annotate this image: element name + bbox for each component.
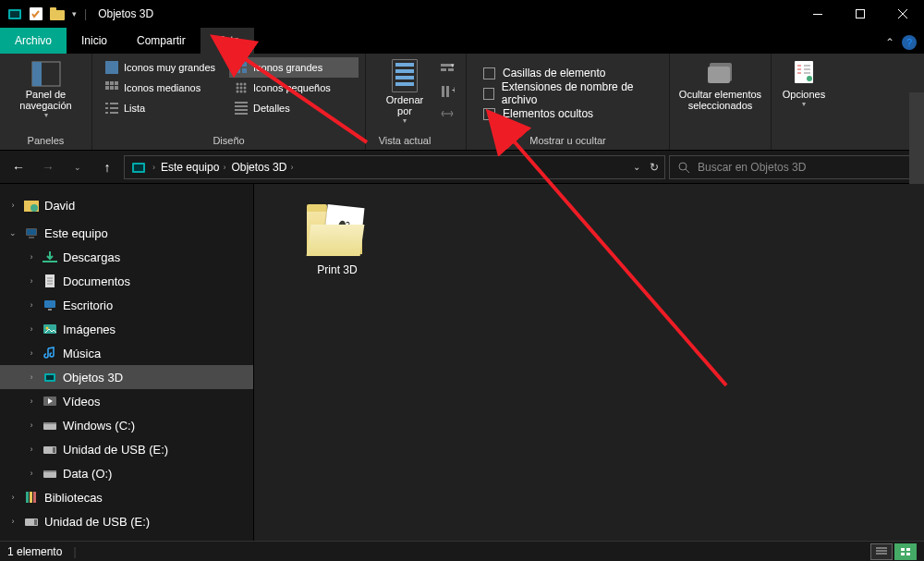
forward-button[interactable]: →: [35, 154, 61, 180]
address-bar[interactable]: › Este equipo› Objetos 3D› ⌄ ↻: [124, 155, 665, 179]
crumb-equipo[interactable]: Este equipo›: [161, 161, 227, 174]
opciones-button[interactable]: Opciones: [783, 89, 825, 100]
svg-point-26: [237, 91, 239, 93]
qat-folder-icon[interactable]: [50, 7, 65, 20]
panel-navegacion-button[interactable]: Panel de navegación: [19, 89, 71, 111]
options-icon[interactable]: [791, 59, 817, 85]
add-columns-button[interactable]: +: [436, 81, 458, 102]
group-vista-actual: Ordenar por ▾ Vista actual ▾ +: [366, 54, 467, 150]
file-list[interactable]: Print 3D: [254, 184, 924, 541]
svg-rect-13: [242, 68, 247, 73]
tree-objetos3d[interactable]: ›Objetos 3D: [0, 365, 253, 389]
svg-rect-61: [48, 309, 52, 311]
view-large-button[interactable]: [894, 543, 917, 560]
svg-rect-14: [105, 81, 109, 85]
search-icon: [677, 161, 690, 174]
tree-usbe[interactable]: ›Unidad de USB (E:): [0, 437, 253, 461]
tab-archivo[interactable]: Archivo: [0, 28, 67, 54]
layout-large[interactable]: Iconos grandes: [229, 57, 359, 78]
check-extensiones[interactable]: Extensiones de nombre de archivo: [483, 83, 652, 104]
svg-rect-19: [115, 86, 118, 90]
svg-point-54: [30, 204, 38, 212]
nav-bar: ← → ⌄ ↑ › Este equipo› Objetos 3D› ⌄ ↻ B…: [0, 151, 924, 184]
close-button[interactable]: [881, 0, 924, 28]
addr-dropdown-icon[interactable]: ⌄: [633, 162, 640, 172]
svg-point-27: [240, 91, 243, 93]
svg-rect-36: [235, 105, 248, 107]
group-paneles: Panel de navegación ▾ Paneles: [0, 54, 92, 150]
folder-icon: [305, 202, 370, 258]
check-ocultos[interactable]: Elementos ocultos: [483, 104, 652, 124]
refresh-icon[interactable]: ↻: [650, 161, 659, 174]
svg-rect-31: [105, 107, 108, 109]
tree-escritorio[interactable]: ›Escritorio: [0, 293, 253, 317]
svg-point-22: [244, 83, 247, 86]
tree-david[interactable]: ›David: [0, 193, 253, 217]
tree-windowsc[interactable]: ›Windows (C:): [0, 413, 253, 437]
qat-save-icon[interactable]: [30, 7, 43, 20]
tree-bibliotecas[interactable]: ›Bibliotecas: [0, 485, 253, 509]
maximize-button[interactable]: [839, 0, 881, 28]
layout-medium[interactable]: Iconos medianos: [100, 78, 229, 98]
ocultar-button[interactable]: Ocultar elementos seleccionados: [679, 89, 761, 111]
navigation-pane-icon[interactable]: [31, 61, 61, 87]
tree-equipo[interactable]: ⌄Este equipo: [0, 221, 253, 245]
tree-descargas[interactable]: ›Descargas: [0, 245, 253, 269]
ordenar-por-button[interactable]: Ordenar por: [386, 94, 423, 116]
qat-dropdown[interactable]: ▾: [72, 9, 77, 18]
svg-rect-57: [29, 237, 34, 238]
svg-rect-30: [110, 103, 118, 104]
layout-extra-large[interactable]: Iconos muy grandes: [100, 57, 229, 78]
content-area: ›David ⌄Este equipo ›Descargas ›Document…: [0, 184, 924, 541]
svg-rect-41: [448, 68, 454, 71]
crumb-root[interactable]: ›: [151, 163, 157, 172]
tree-musica[interactable]: ›Música: [0, 341, 253, 365]
svg-rect-68: [43, 422, 56, 424]
up-button[interactable]: ↑: [94, 154, 120, 180]
group-mostrar: Casillas de elemento Extensiones de nomb…: [467, 54, 670, 150]
svg-rect-5: [813, 14, 822, 15]
tab-compartir[interactable]: Compartir: [122, 28, 201, 54]
group-label-diseno: Diseño: [100, 135, 358, 148]
svg-rect-56: [27, 229, 36, 235]
collapse-ribbon-icon[interactable]: ⌃: [885, 36, 894, 49]
svg-rect-77: [34, 519, 37, 525]
tree-usbe2[interactable]: ›Unidad de USB (E:): [0, 509, 253, 533]
folder-print3d[interactable]: Print 3D: [291, 202, 383, 276]
tree-datao[interactable]: ›Data (O:): [0, 461, 253, 485]
layout-small[interactable]: Iconos pequeños: [229, 78, 359, 98]
svg-rect-51: [134, 165, 143, 171]
tree-documentos[interactable]: ›Documentos: [0, 269, 253, 293]
search-box[interactable]: Buscar en Objetos 3D: [669, 155, 918, 179]
tab-inicio[interactable]: Inicio: [67, 28, 122, 54]
svg-rect-16: [115, 81, 118, 85]
hide-selected-icon[interactable]: [706, 59, 736, 85]
svg-point-24: [240, 87, 243, 90]
view-details-button[interactable]: [870, 543, 893, 560]
group-diseno: Iconos muy grandes Iconos grandes Iconos…: [92, 54, 366, 150]
tree-imagenes[interactable]: ›Imágenes: [0, 317, 253, 341]
crumb-objetos[interactable]: Objetos 3D›: [231, 161, 295, 174]
sort-icon[interactable]: [392, 59, 418, 92]
help-icon[interactable]: ?: [902, 35, 917, 50]
svg-rect-73: [26, 492, 29, 503]
svg-rect-82: [901, 553, 905, 555]
svg-rect-44: [446, 86, 449, 97]
layout-list[interactable]: Lista: [100, 98, 229, 118]
svg-rect-60: [44, 300, 55, 308]
layout-details[interactable]: Detalles: [229, 98, 359, 118]
svg-rect-4: [50, 7, 56, 11]
back-button[interactable]: ←: [6, 154, 31, 180]
group-label-paneles: Paneles: [28, 135, 65, 148]
tab-vista[interactable]: Vista: [201, 28, 254, 54]
group-by-button[interactable]: ▾: [436, 59, 458, 79]
history-dropdown[interactable]: ⌄: [65, 154, 91, 180]
svg-point-28: [244, 91, 247, 93]
svg-rect-47: [708, 67, 730, 83]
size-columns-button[interactable]: [436, 104, 458, 124]
window-title: Objetos 3D: [98, 7, 153, 20]
svg-rect-65: [46, 375, 54, 380]
tree-videos[interactable]: ›Vídeos: [0, 389, 253, 413]
minimize-button[interactable]: [796, 0, 839, 28]
svg-point-23: [237, 87, 239, 90]
